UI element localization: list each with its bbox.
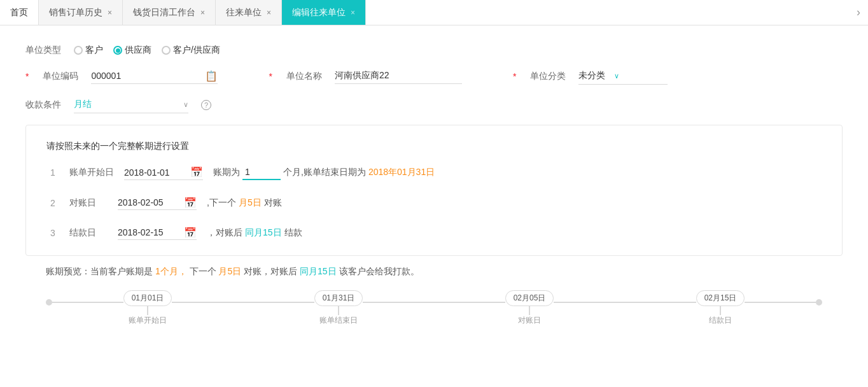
tab-sales-history-close[interactable]: ×: [108, 8, 112, 17]
main-content: 单位类型 客户 供应商 客户/供应商 * 单位编码 📋 * 单位名称: [0, 25, 868, 387]
tab-partners-label: 往来单位: [226, 7, 262, 18]
unit-info-row: * 单位编码 📋 * 单位名称 * 单位分类 未分类 ∨: [25, 67, 843, 85]
period-row-3-date-input[interactable]: [118, 225, 181, 239]
timeline-line-1: [52, 302, 123, 303]
payment-terms-arrow: ∨: [183, 101, 188, 109]
unit-class-label: 单位分类: [530, 71, 566, 82]
period-desc-suffix: 个月,账单结束日期为: [283, 167, 366, 178]
radio-supplier-circle: [113, 46, 122, 55]
period-row3-prefix: ，对账后: [207, 227, 242, 239]
tab-home-label: 首页: [10, 7, 28, 18]
period-section: 请按照未来的一个完整帐期进行设置 1 账单开始日 📅 账期为 个月,账单结束日期…: [25, 125, 843, 256]
period-row-3-date-wrap: 📅: [118, 225, 197, 240]
preview-reconcile-suffix: 对账，对账后: [244, 266, 297, 276]
period-desc-prefix: 账期为: [213, 167, 240, 178]
period-row-1-date-input[interactable]: [124, 165, 188, 179]
period-row3-day: 同月15日: [245, 227, 282, 239]
unit-code-required: *: [25, 71, 29, 81]
unit-name-required: *: [269, 71, 272, 81]
period-row-1-num: 1: [46, 167, 59, 178]
timeline-line-5: [745, 302, 816, 303]
timeline-connector-v-4: [720, 306, 721, 315]
period-row-2-num: 2: [46, 198, 59, 208]
period-row-2-desc: ,下一个 月5日 对账: [207, 197, 282, 209]
period-row-3-label: 结款日: [69, 227, 108, 239]
radio-customer-label: 客户: [85, 45, 103, 56]
period-row-1: 1 账单开始日 📅 账期为 个月,账单结束日期为 2018年01月31日: [46, 165, 822, 180]
timeline-connector-v-2: [338, 306, 339, 315]
unit-class-value: 未分类: [578, 70, 605, 81]
unit-code-input[interactable]: [91, 68, 202, 83]
period-row-2: 2 对账日 📅 ,下一个 月5日 对账: [46, 195, 822, 210]
tab-edit-partner-close[interactable]: ×: [351, 8, 355, 17]
preview-section: 账期预览：当前客户账期是 1个月， 下一个 月5日 对账，对账后 同月15日 该…: [25, 256, 843, 336]
radio-both[interactable]: 客户/供应商: [162, 45, 220, 56]
preview-label: 账期预览：当前客户账期是: [46, 266, 153, 276]
period-row-3: 3 结款日 📅 ，对账后 同月15日 结款: [46, 225, 822, 240]
unit-name-label: 单位名称: [286, 71, 322, 82]
payment-terms-help[interactable]: ?: [201, 100, 211, 110]
period-row-2-cal-icon[interactable]: 📅: [184, 197, 197, 209]
timeline-point-3: 02月05日 对账日: [505, 290, 554, 326]
radio-customer[interactable]: 客户: [74, 45, 103, 56]
timeline-badge-3: 02月05日: [505, 290, 554, 306]
period-row-1-cal-icon[interactable]: 📅: [190, 166, 203, 178]
timeline-connector-v-1: [147, 306, 148, 315]
tab-expand-button[interactable]: ›: [849, 0, 868, 25]
timeline-point-2: 01月31日 账单结束日: [314, 290, 363, 326]
payment-terms-dropdown[interactable]: 月结 ∨: [74, 96, 188, 113]
tab-sales-history[interactable]: 销售订单历史 ×: [39, 0, 123, 25]
tab-home[interactable]: 首页: [0, 0, 39, 25]
period-months-input[interactable]: [242, 165, 281, 180]
unit-code-label: 单位编码: [43, 71, 78, 82]
period-row3-suffix: 结款: [284, 227, 302, 239]
period-row2-day: 月5日: [239, 197, 262, 209]
preview-pay-suffix: 该客户会给我打款。: [339, 266, 419, 276]
unit-code-icon[interactable]: 📋: [205, 70, 218, 82]
timeline-connector-v-3: [529, 306, 530, 315]
tab-sales-history-label: 销售订单历史: [49, 7, 102, 18]
period-end-date: 2018年01月31日: [368, 167, 435, 178]
payment-terms-value: 月结: [74, 99, 92, 110]
timeline-label-2: 账单结束日: [319, 315, 358, 326]
timeline-badge-4: 02月15日: [696, 290, 745, 306]
tab-edit-partner[interactable]: 编辑往来单位 ×: [282, 0, 366, 25]
tab-partners[interactable]: 往来单位 ×: [216, 0, 282, 25]
period-row-2-date-input[interactable]: [118, 195, 181, 209]
unit-code-field: 📋: [91, 68, 218, 84]
unit-class-required: *: [513, 71, 516, 81]
unit-class-dropdown[interactable]: 未分类 ∨: [578, 67, 668, 85]
radio-supplier[interactable]: 供应商: [113, 45, 151, 56]
timeline-label-1: 账单开始日: [129, 315, 167, 326]
timeline-point-1: 01月01日 账单开始日: [123, 290, 172, 326]
period-row-1-label: 账单开始日: [69, 167, 114, 178]
preview-text: 账期预览：当前客户账期是 1个月， 下一个 月5日 对账，对账后 同月15日 该…: [46, 266, 822, 278]
period-row-3-cal-icon[interactable]: 📅: [184, 227, 197, 239]
preview-pay-day: 同月15日: [300, 266, 337, 276]
timeline-right-dot: [816, 299, 822, 306]
tab-bar: 首页 销售订单历史 × 钱货日清工作台 × 往来单位 × 编辑往来单位 × ›: [0, 0, 868, 25]
payment-terms-label: 收款条件: [25, 99, 61, 111]
period-section-title: 请按照未来的一个完整帐期进行设置: [46, 141, 822, 152]
radio-supplier-label: 供应商: [125, 45, 151, 56]
tab-cashflow[interactable]: 钱货日清工作台 ×: [123, 0, 216, 25]
period-row-2-date-wrap: 📅: [118, 195, 197, 210]
period-row-3-num: 3: [46, 228, 59, 238]
radio-both-label: 客户/供应商: [173, 45, 220, 56]
unit-name-input[interactable]: [335, 68, 462, 84]
tab-partners-close[interactable]: ×: [267, 8, 271, 17]
tab-cashflow-close[interactable]: ×: [200, 8, 205, 17]
timeline-label-4: 结款日: [709, 315, 732, 326]
unit-type-radio-group: 客户 供应商 客户/供应商: [74, 45, 220, 56]
radio-customer-circle: [74, 46, 83, 55]
unit-type-row: 单位类型 客户 供应商 客户/供应商: [25, 45, 843, 56]
timeline-point-4: 02月15日 结款日: [696, 290, 745, 326]
preview-period: 1个月，: [155, 266, 187, 276]
tab-cashflow-label: 钱货日清工作台: [133, 7, 195, 18]
preview-reconcile-prefix: 下一个: [190, 266, 216, 276]
timeline-line-2: [172, 302, 314, 303]
period-row2-prefix: ,下一个: [207, 197, 236, 209]
timeline-left-dot: [46, 299, 52, 306]
radio-both-circle: [162, 46, 171, 55]
timeline-label-3: 对账日: [518, 315, 541, 326]
